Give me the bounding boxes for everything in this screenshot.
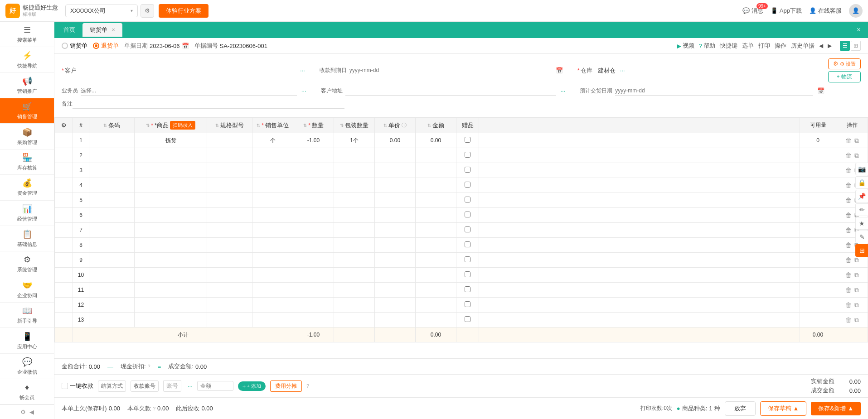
customer-address-input[interactable] (345, 86, 556, 96)
calendar-icon[interactable]: 📅 (182, 43, 189, 49)
sort-barcode-icon[interactable]: ⇅ (103, 123, 107, 128)
delete-icon[interactable]: 🗑 (845, 271, 852, 279)
gift-checkbox[interactable] (465, 316, 470, 322)
online-service-button[interactable]: 👤 在线客服 (809, 7, 842, 15)
video-button[interactable]: ▶ 视频 (677, 42, 694, 50)
sidebar-settings-icon[interactable]: ⚙ (20, 409, 26, 415)
salesperson-input[interactable] (81, 86, 297, 96)
gift-checkbox[interactable] (465, 212, 470, 217)
sort-price-icon[interactable]: ⇅ (383, 123, 387, 128)
delete-icon[interactable]: 🗑 (845, 241, 852, 249)
copy-icon[interactable]: ⧉ (854, 137, 859, 144)
delete-icon[interactable]: 🗑 (845, 167, 852, 174)
row-spec[interactable] (207, 133, 252, 148)
copy-icon[interactable]: ⧉ (854, 271, 859, 279)
row-product[interactable]: 拣货 (135, 133, 207, 148)
rf-orange-button[interactable]: ⊞ (855, 244, 868, 257)
history-button[interactable]: 历史单据 (791, 42, 815, 50)
sidebar-item-search[interactable]: ☰ 搜索菜单 (0, 22, 54, 47)
tab-sale-order[interactable]: 销货单 × (82, 23, 122, 37)
tab-close-all-button[interactable]: × (851, 26, 866, 34)
payment-due-input[interactable] (349, 66, 551, 75)
delete-icon[interactable]: 🗑 (845, 197, 852, 204)
settings-icon[interactable]: ⚙ (141, 4, 154, 18)
sort-unit-icon[interactable]: ⇅ (257, 123, 260, 128)
delete-icon[interactable]: 🗑 (845, 286, 852, 294)
gift-checkbox[interactable] (465, 152, 470, 158)
view-grid-button[interactable]: ⊞ (851, 41, 861, 51)
payment-calendar-icon[interactable]: 📅 (556, 67, 563, 74)
sidebar-item-marketing[interactable]: 📢 营销推广 (0, 73, 54, 98)
sidebar-item-purchase[interactable]: 📦 采购管理 (0, 124, 54, 149)
copy-icon[interactable]: ⧉ (854, 286, 859, 294)
expected-calendar-icon[interactable]: 📅 (817, 87, 824, 94)
sidebar-item-basics[interactable]: 📋 基础信息 (0, 226, 54, 251)
remark-input[interactable] (73, 99, 344, 109)
row-qty[interactable]: -1.00 (293, 133, 334, 148)
radio-return-order[interactable]: 退货单 (93, 42, 119, 50)
price-info-icon[interactable]: ⓘ (402, 122, 407, 129)
avatar[interactable]: 👤 (849, 4, 863, 18)
gift-checkbox[interactable] (465, 226, 470, 232)
sort-product-icon[interactable]: ⇅ (146, 123, 150, 128)
gift-checkbox[interactable] (465, 167, 470, 173)
settings-button[interactable]: ⚙ ⚙ 设置 (828, 58, 861, 69)
delete-icon[interactable]: 🗑 (845, 256, 852, 264)
copy-icon[interactable]: ⧉ (854, 301, 859, 309)
delete-icon[interactable]: 🗑 (845, 182, 852, 189)
save-draft-button[interactable]: 保存草稿 ▲ (760, 401, 807, 416)
operation-button[interactable]: 操作 (775, 42, 786, 50)
sidebar-item-sales[interactable]: 🛒 销售管理 (0, 98, 54, 124)
debt-help-icon[interactable]: ? (153, 406, 155, 411)
row-price[interactable]: 0.00 (375, 133, 416, 148)
discard-button[interactable]: 放弃 (725, 401, 756, 416)
rf-pencil-button[interactable]: ✎ (855, 231, 868, 243)
gift-checkbox[interactable] (465, 182, 470, 188)
help-button[interactable]: ? 帮助 (699, 42, 715, 50)
gift-checkbox[interactable] (465, 137, 470, 143)
row-gift[interactable] (456, 133, 479, 148)
tab-home[interactable]: 首页 (56, 23, 82, 37)
sidebar-item-finance[interactable]: 💰 资金管理 (0, 175, 54, 200)
discount-help-icon[interactable]: ? (148, 364, 150, 369)
fee-help-icon[interactable]: ? (306, 383, 309, 389)
select-button[interactable]: 选单 (742, 42, 754, 50)
app-download-button[interactable]: 📱 App下载 (771, 7, 802, 15)
salesperson-dots[interactable]: ··· (301, 87, 306, 94)
delete-icon[interactable]: 🗑 (845, 152, 852, 159)
view-list-button[interactable]: ☰ (840, 41, 850, 51)
account-dots[interactable]: ··· (188, 383, 193, 390)
account-number-input[interactable]: 账号 (163, 380, 181, 392)
sidebar-item-guide[interactable]: 📖 新手引导 (0, 303, 54, 328)
sort-pkg-icon[interactable]: ⇅ (340, 123, 344, 128)
quick-pay-checkbox[interactable]: 一键收款 (62, 382, 93, 390)
rf-star-button[interactable]: ★ (855, 217, 868, 230)
rf-edit-button[interactable]: ✏ (855, 203, 868, 216)
sort-qty-icon[interactable]: ⇅ (303, 123, 307, 128)
delete-icon[interactable]: 🗑 (845, 137, 852, 144)
fee-split-button[interactable]: 费用分摊 (270, 380, 302, 392)
logistics-button[interactable]: + 物流 (828, 71, 861, 82)
expected-date-input[interactable] (615, 86, 813, 96)
row-pkg[interactable]: 1个 (334, 133, 375, 148)
nav-prev-button[interactable]: ◀ (819, 43, 823, 49)
warehouse-dots[interactable]: ··· (620, 67, 625, 74)
add-payment-button[interactable]: + + 添加 (238, 381, 266, 391)
gift-checkbox[interactable] (465, 271, 470, 277)
delete-icon[interactable]: 🗑 (845, 301, 852, 308)
sidebar-item-member[interactable]: ♦ 畅会员 (0, 379, 54, 405)
scan-button[interactable]: 扫码录入 (170, 121, 195, 130)
row-barcode[interactable] (89, 133, 135, 148)
nav-next-button[interactable]: ▶ (828, 43, 832, 49)
rf-camera-button[interactable]: 📷 (855, 163, 868, 175)
row-note[interactable] (479, 133, 800, 148)
gift-checkbox[interactable] (465, 286, 470, 292)
amount-input[interactable] (197, 381, 233, 391)
customer-dots[interactable]: ··· (300, 67, 305, 74)
row-unit[interactable]: 个 (252, 133, 293, 148)
rf-pin-button[interactable]: 📌 (855, 190, 868, 202)
gift-checkbox[interactable] (465, 301, 470, 307)
tab-close-icon[interactable]: × (112, 27, 115, 33)
copy-icon[interactable]: ⧉ (854, 316, 859, 324)
row-amount[interactable]: 0.00 (416, 133, 456, 148)
